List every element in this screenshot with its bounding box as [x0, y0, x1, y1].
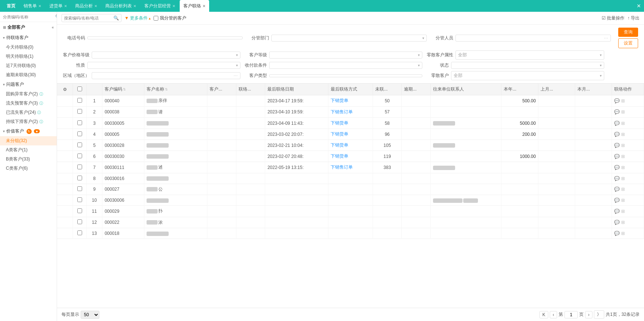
- row-code: 000022: [102, 217, 144, 228]
- filter-row-4: 区域（地区） ··· 客户类型 零散客户 全部▾: [63, 71, 638, 80]
- filter-nature-select[interactable]: ▾: [87, 62, 240, 69]
- value-group-header[interactable]: ▾ 价值客户 ↻ ●: [0, 126, 57, 136]
- sidebar-item-today-pending[interactable]: 今天待联络(0): [0, 43, 57, 52]
- more-action-icon[interactable]: ⊞: [621, 165, 625, 170]
- filter-customer-grade-select[interactable]: ▾: [269, 52, 422, 59]
- sidebar-item-lost[interactable]: 已流失客户(24) ⓘ: [0, 108, 57, 117]
- batch-op-button[interactable]: ☑ 批量操作: [602, 15, 624, 21]
- tab-customer-contact[interactable]: 客户联络 ✕: [180, 0, 209, 12]
- chat-action-icon[interactable]: 💬: [614, 220, 620, 225]
- first-page-button[interactable]: K: [539, 311, 548, 318]
- window-close-button[interactable]: ✕: [637, 3, 641, 9]
- query-button[interactable]: 查询: [618, 28, 638, 37]
- chat-action-icon[interactable]: 💬: [614, 109, 620, 114]
- my-customers-checkbox[interactable]: 我分管的客户: [154, 15, 186, 21]
- more-action-icon[interactable]: ⊞: [621, 154, 625, 159]
- tab-purchase[interactable]: 进货单 ✕: [46, 0, 71, 12]
- pagination-bar: 每页显示 50 10 20 100 K ‹ 第 页 › 》 共1页，32条记录: [57, 308, 644, 321]
- sidebar-item-7day-pending[interactable]: 近7天待联络(0): [0, 61, 57, 70]
- my-customers-check[interactable]: [154, 16, 158, 21]
- chat-action-icon[interactable]: 💬: [614, 132, 620, 137]
- filter-person-select[interactable]: ···: [455, 35, 611, 42]
- more-action-icon[interactable]: ⊞: [621, 109, 625, 114]
- more-action-icon[interactable]: ⊞: [621, 98, 625, 103]
- tab-purchase-close[interactable]: ✕: [64, 4, 67, 8]
- filter-status-select[interactable]: ▾: [451, 62, 604, 69]
- tab-sales-label: 销售单: [24, 3, 37, 9]
- filter-sparse-attr-select[interactable]: 全部▾: [455, 50, 604, 60]
- select-all-checkbox[interactable]: [77, 87, 82, 91]
- filter-payment-select[interactable]: ▾: [269, 62, 422, 69]
- chat-action-icon[interactable]: 💬: [614, 143, 620, 148]
- sidebar-item-warning[interactable]: 流失预警客户(3) ⓘ: [0, 99, 57, 108]
- table-row: 12 000022 浓 💬 ⊞: [57, 217, 644, 228]
- filter-region-select[interactable]: ···: [92, 72, 240, 79]
- filter-phone-label: 电话号码: [63, 35, 85, 41]
- row-last-date: 2022-05-19 13:15:: [265, 162, 328, 173]
- filter-phone-input[interactable]: [87, 36, 243, 39]
- sidebar-item-ungrouped[interactable]: 未分组(32): [0, 136, 57, 145]
- tab-customer-tier-close[interactable]: ✕: [172, 4, 175, 8]
- th-this-year-label: 本年...: [504, 87, 516, 92]
- more-action-icon[interactable]: ⊞: [621, 209, 625, 214]
- page-number-input[interactable]: [564, 311, 578, 318]
- page-size-select[interactable]: 50 10 20 100: [81, 311, 99, 319]
- sidebar-collapse-icon[interactable]: «: [52, 25, 54, 29]
- sidebar-item-declining[interactable]: 持续下滑客户(2) ⓘ: [0, 117, 57, 126]
- sidebar-search-input[interactable]: [3, 15, 54, 19]
- tab-sales[interactable]: 销售单 ✕: [20, 0, 45, 12]
- table-row: 5 00030028 2023-02-21 10:04: 下销货单 105 💬 …: [57, 140, 644, 151]
- all-customers-header[interactable]: ⊞ 全部客户 «: [0, 22, 57, 33]
- prev-page-button[interactable]: ‹: [550, 311, 557, 318]
- tab-product-analysis-close[interactable]: ✕: [94, 4, 97, 8]
- more-action-icon[interactable]: ⊞: [621, 220, 625, 225]
- sidebar-item-class-c[interactable]: C类客户(6): [0, 164, 57, 173]
- problem-group-header[interactable]: ▾ 问题客户: [0, 80, 57, 89]
- more-action-icon[interactable]: ⊞: [621, 121, 625, 126]
- tab-customer-tier[interactable]: 客户分层经营 ✕: [141, 0, 179, 12]
- more-action-icon[interactable]: ⊞: [621, 132, 625, 137]
- chat-action-icon[interactable]: 💬: [614, 121, 620, 126]
- chat-action-icon[interactable]: 💬: [614, 198, 620, 203]
- row-settings: [57, 162, 73, 173]
- sidebar-item-class-b[interactable]: B类客户(33): [0, 155, 57, 164]
- chat-action-icon[interactable]: 💬: [614, 154, 620, 159]
- filter-price-grade-select[interactable]: ▾: [92, 52, 240, 59]
- sidebar-item-tomorrow-pending[interactable]: 明天待联络(1): [0, 52, 57, 61]
- row-index: 5: [87, 140, 102, 151]
- settings-icon[interactable]: ⚙: [63, 87, 67, 92]
- row-contact-person: [430, 162, 502, 173]
- tab-home[interactable]: 首页: [3, 0, 19, 12]
- last-page-button[interactable]: 》: [594, 310, 604, 319]
- more-action-icon[interactable]: ⊞: [621, 198, 625, 203]
- sidebar-item-overdue-pending[interactable]: 逾期未联络(30): [0, 70, 57, 80]
- more-conditions-button[interactable]: ▼ 更多条件 ▴: [124, 15, 151, 21]
- sidebar-item-class-a[interactable]: A类客户(1): [0, 145, 57, 155]
- chat-action-icon[interactable]: 💬: [614, 176, 620, 181]
- row-contact: [236, 228, 265, 239]
- tab-product-list[interactable]: 商品分析列表 ✕: [102, 0, 140, 12]
- more-action-icon[interactable]: ⊞: [621, 231, 625, 236]
- chat-action-icon[interactable]: 💬: [614, 187, 620, 192]
- tab-product-analysis[interactable]: 商品分析 ✕: [71, 0, 101, 12]
- export-button[interactable]: ↑ 导出: [627, 15, 640, 21]
- tab-sales-close[interactable]: ✕: [38, 4, 41, 8]
- more-action-icon[interactable]: ⊞: [621, 187, 625, 192]
- search-icon[interactable]: 🔍: [113, 15, 119, 21]
- filter-dept-select[interactable]: ▾: [271, 35, 427, 42]
- tab-product-list-close[interactable]: ✕: [133, 4, 136, 8]
- next-page-button[interactable]: ›: [585, 311, 592, 318]
- chat-action-icon[interactable]: 💬: [614, 165, 620, 170]
- more-action-icon[interactable]: ⊞: [621, 176, 625, 181]
- filter-customer-type-input[interactable]: [269, 74, 422, 77]
- reset-button[interactable]: 设置: [618, 38, 638, 48]
- search-input[interactable]: [64, 16, 112, 20]
- tab-customer-contact-close[interactable]: ✕: [203, 4, 205, 8]
- more-action-icon[interactable]: ⊞: [621, 143, 625, 148]
- chat-action-icon[interactable]: 💬: [614, 231, 620, 236]
- sidebar-item-abnormal[interactable]: 固购异常客户(2) ⓘ: [0, 89, 57, 99]
- pending-group-header[interactable]: ▾ 待联络客户: [0, 33, 57, 43]
- filter-sparse-select[interactable]: 全部▾: [451, 71, 604, 80]
- chat-action-icon[interactable]: 💬: [614, 98, 620, 103]
- chat-action-icon[interactable]: 💬: [614, 209, 620, 214]
